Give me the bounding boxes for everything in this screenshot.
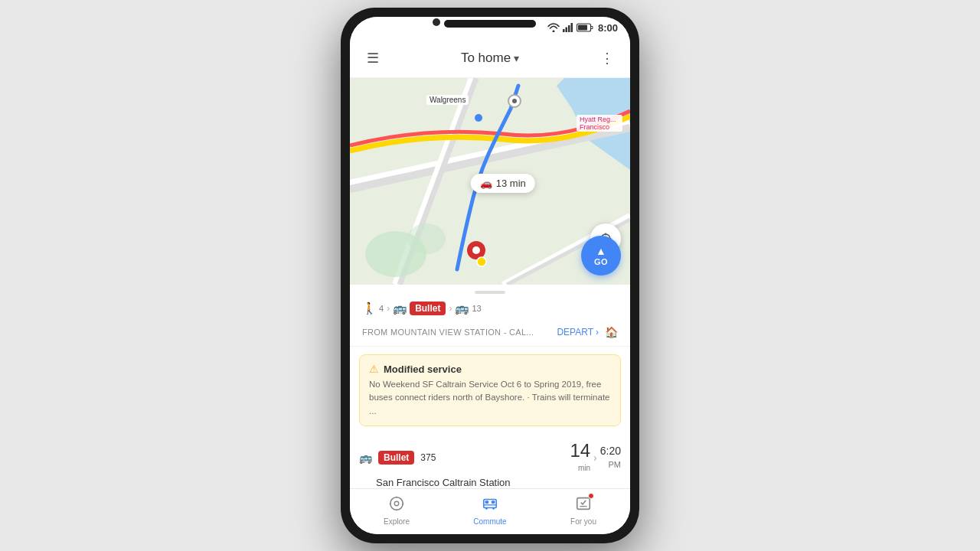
transit-time-val: 6:20 [600, 445, 621, 457]
nav-foryou[interactable]: For you [537, 495, 630, 529]
svg-rect-30 [484, 499, 497, 507]
walgreens-label: Walgreens [426, 95, 469, 105]
nav-explore[interactable]: Explore [350, 495, 443, 529]
foryou-label: For you [570, 517, 596, 526]
hyatt-label: Hyatt Reg... Francisco [577, 115, 622, 132]
transit-route-num: 375 [420, 452, 436, 463]
hamburger-button[interactable]: ☰ [359, 44, 387, 72]
svg-rect-31 [485, 500, 489, 504]
min-label: min [578, 464, 590, 472]
alert-card: ⚠ Modified service No Weekend SF Caltrai… [359, 354, 621, 426]
time-badge: 🚗 13 min [471, 174, 535, 193]
transit-train-icon: 🚌 [359, 452, 372, 464]
warning-icon: ⚠ [369, 363, 379, 375]
more-options-button[interactable]: ⋮ [593, 44, 621, 72]
content-area: 🚶 4 › 🚌 Bullet › 🚌 13 FROM MOUNTAIN VIEW… [350, 285, 630, 488]
transit-arrow-icon: › [593, 452, 597, 464]
home-icon: 🏠 [605, 326, 618, 338]
walk-icon: 🚶 [362, 302, 377, 315]
map-area[interactable]: Walgreens Hyatt Reg... Francisco 🚗 13 mi… [350, 78, 630, 285]
navigation-icon: ▲ [596, 245, 606, 257]
svg-point-29 [394, 501, 399, 506]
transit-card[interactable]: 🚌 Bullet 375 14 min › 6:20 [359, 434, 621, 488]
commute-icon [482, 495, 498, 516]
svg-point-35 [492, 507, 495, 510]
svg-point-20 [475, 114, 482, 122]
transit-minutes: 14 [570, 442, 590, 460]
svg-rect-3 [570, 23, 573, 32]
bus-icon: 🚌 [455, 302, 469, 315]
go-button[interactable]: ▲ GO [581, 236, 621, 276]
route-chips: 🚶 4 › 🚌 Bullet › 🚌 13 [350, 298, 630, 321]
chevron-icon-2: › [449, 303, 452, 314]
transit-time: 14 min › 6:20 PM [570, 442, 621, 474]
explore-icon [388, 495, 405, 516]
transit-station-name: San Francisco Caltrain Station [359, 477, 621, 488]
svg-rect-0 [563, 29, 565, 32]
camera [433, 18, 440, 26]
go-label: GO [594, 257, 608, 266]
alert-header: ⚠ Modified service [369, 363, 611, 375]
train-icon: 🚌 [393, 302, 407, 315]
train-chip: 🚌 Bullet [393, 302, 446, 315]
svg-point-28 [390, 497, 403, 510]
dropdown-arrow-icon: ▾ [514, 52, 519, 64]
chevron-icon-1: › [387, 303, 390, 314]
svg-rect-32 [492, 500, 495, 504]
alert-body: No Weekend SF Caltrain Service Oct 6 to … [369, 378, 611, 418]
transit-left: 🚌 Bullet 375 [359, 451, 436, 465]
app-title[interactable]: To home ▾ [461, 51, 519, 66]
depart-label: DEPART [557, 327, 593, 337]
drag-handle[interactable] [475, 291, 505, 294]
signal-icon [563, 23, 573, 32]
bus-chip: 🚌 13 [455, 302, 481, 315]
destination-title: To home [461, 51, 511, 66]
phone-screen: 8:00 ☰ To home ▾ ⋮ [350, 17, 630, 534]
svg-point-21 [477, 257, 486, 266]
commute-label: Commute [473, 517, 506, 526]
depart-arrow-icon: › [596, 327, 599, 337]
station-text: FROM MOUNTAIN VIEW STATION - CAL... [362, 328, 534, 337]
phone-frame: 8:00 ☰ To home ▾ ⋮ [341, 8, 639, 543]
svg-point-15 [407, 223, 446, 254]
battery-icon [577, 23, 593, 32]
transit-bullet-badge: Bullet [378, 451, 414, 465]
svg-rect-1 [565, 28, 567, 33]
car-icon: 🚗 [480, 178, 492, 189]
walk-num: 4 [379, 304, 384, 313]
svg-point-17 [472, 246, 480, 254]
svg-rect-5 [578, 25, 587, 31]
nav-commute[interactable]: Commute [443, 495, 537, 529]
notch [444, 20, 536, 28]
foryou-badge-dot [588, 493, 594, 499]
svg-rect-2 [568, 25, 570, 32]
explore-label: Explore [384, 517, 410, 526]
foryou-icon [575, 495, 592, 516]
depart-button[interactable]: DEPART › [557, 327, 599, 337]
bus-num: 13 [472, 304, 481, 313]
status-icons: 8:00 [547, 22, 618, 34]
wifi-icon [547, 23, 560, 32]
bullet-badge-chip: Bullet [410, 302, 446, 315]
transit-header: 🚌 Bullet 375 14 min › 6:20 [359, 442, 621, 474]
bottom-nav: Explore Commute [350, 488, 630, 534]
svg-point-19 [512, 99, 517, 103]
alert-title: Modified service [384, 364, 462, 375]
time-badge-text: 13 min [496, 178, 526, 189]
station-row: FROM MOUNTAIN VIEW STATION - CAL... DEPA… [350, 321, 630, 347]
walk-chip: 🚶 4 [362, 302, 384, 315]
clock: 8:00 [598, 22, 618, 34]
transit-time-suffix: PM [609, 460, 622, 469]
app-bar: ☰ To home ▾ ⋮ [350, 38, 630, 78]
svg-point-34 [485, 507, 488, 510]
